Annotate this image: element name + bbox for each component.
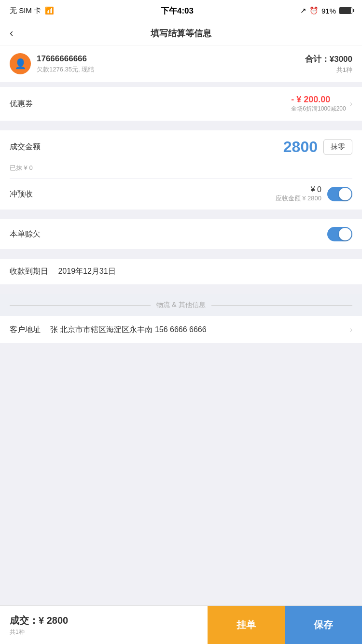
duedate-value: 2019年12月31日 — [58, 267, 115, 275]
location-icon: ↗ — [300, 6, 306, 15]
bottom-deal-amount: ¥ 2800 — [39, 615, 68, 626]
customer-total: 合计：¥3000 共1种 — [305, 54, 352, 74]
bottom-count: 共1种 — [10, 628, 198, 636]
debt-row: 本单赊欠 — [0, 219, 362, 249]
coupon-amount-col: - ¥ 200.00 全场6折满1000减200 — [291, 95, 346, 113]
deal-sub: 已抹 ¥ 0 — [0, 164, 362, 178]
bottom-deal-row: 成交：¥ 2800 — [10, 614, 198, 627]
total-amount: 合计：¥3000 — [305, 54, 352, 65]
back-button[interactable]: ‹ — [6, 23, 17, 43]
battery-icon — [339, 7, 352, 14]
section-header: 物流 & 其他信息 — [0, 294, 362, 316]
deal-section: 成交金额 2800 抹零 已抹 ¥ 0 冲预收 ¥ 0 应收金额 ¥ 2800 — [0, 130, 362, 210]
gray-fill-area — [0, 343, 362, 440]
wifi-icon: 📶 — [45, 6, 54, 15]
section-header-line-left — [10, 305, 151, 306]
coupon-right: - ¥ 200.00 全场6折满1000减200 › — [291, 95, 352, 113]
customer-left: 👤 17666666666 欠款1276.35元, 现结 — [10, 53, 94, 74]
section-separator-4 — [0, 289, 362, 294]
avatar-icon: 👤 — [14, 58, 27, 70]
customer-card: 👤 17666666666 欠款1276.35元, 现结 合计：¥3000 共1… — [0, 45, 362, 82]
address-value: 张 北京市市辖区海淀区永丰南 156 6666 6666 — [50, 324, 350, 336]
customer-info: 17666666666 欠款1276.35元, 现结 — [37, 54, 94, 74]
customer-sub: 欠款1276.35元, 现结 — [37, 65, 94, 74]
address-row[interactable]: 客户地址 张 北京市市辖区海淀区永丰南 156 6666 6666 › — [0, 316, 362, 343]
section-separator-1 — [0, 126, 362, 130]
duedate-row: 收款到期日 2019年12月31日 — [0, 259, 362, 284]
deal-right: 2800 抹零 — [283, 138, 352, 156]
coupon-chevron: › — [350, 99, 352, 108]
prepay-toggle[interactable] — [327, 187, 352, 201]
section-separator-2 — [0, 214, 362, 219]
section-header-line-right — [211, 305, 352, 306]
save-button[interactable]: 保存 — [285, 606, 362, 644]
bottom-buttons: 挂单 保存 — [208, 606, 362, 644]
coupon-label: 优惠券 — [10, 99, 33, 109]
round-zero-button[interactable]: 抹零 — [323, 139, 352, 155]
coupon-amount: - ¥ 200.00 — [291, 95, 346, 105]
pending-button[interactable]: 挂单 — [208, 606, 285, 644]
status-right: ↗ ⏰ 91% — [300, 6, 352, 15]
toggle-knob — [339, 188, 351, 200]
status-time: 下午4:03 — [161, 5, 194, 16]
address-chevron: › — [350, 325, 352, 334]
customer-phone: 17666666666 — [37, 54, 94, 64]
duedate-label: 收款到期日 — [10, 267, 48, 275]
page-title: 填写结算等信息 — [151, 28, 211, 39]
section-separator-3 — [0, 254, 362, 259]
prepay-row: 冲预收 ¥ 0 应收金额 ¥ 2800 — [0, 179, 362, 210]
prepay-label: 冲预收 — [10, 189, 33, 199]
bottom-bar: 成交：¥ 2800 共1种 挂单 保存 — [0, 605, 362, 644]
avatar: 👤 — [10, 53, 31, 74]
prepay-right: ¥ 0 应收金额 ¥ 2800 — [276, 185, 352, 203]
debt-toggle-knob — [339, 228, 351, 240]
deal-label: 成交金额 — [10, 142, 41, 152]
alarm-icon: ⏰ — [309, 6, 319, 15]
debt-toggle[interactable] — [327, 227, 352, 241]
no-sim-text: 无 SIM 卡 — [10, 6, 41, 15]
content: 👤 17666666666 欠款1276.35元, 现结 合计：¥3000 共1… — [0, 45, 362, 488]
debt-section: 本单赊欠 — [0, 219, 362, 249]
address-label: 客户地址 — [10, 325, 41, 335]
prepay-amount-col: ¥ 0 应收金额 ¥ 2800 — [276, 185, 321, 203]
bottom-deal-label: 成交： — [10, 615, 39, 626]
prepay-sub: 应收金额 ¥ 2800 — [276, 194, 321, 203]
battery-percent: 91% — [321, 7, 336, 15]
bottom-summary: 成交：¥ 2800 共1种 — [0, 614, 208, 636]
deal-row: 成交金额 2800 抹零 — [0, 130, 362, 164]
prepay-amount: ¥ 0 — [276, 185, 321, 194]
header: ‹ 填写结算等信息 — [0, 21, 362, 45]
coupon-row[interactable]: 优惠券 - ¥ 200.00 全场6折满1000减200 › — [0, 87, 362, 121]
status-bar: 无 SIM 卡 📶 下午4:03 ↗ ⏰ 91% — [0, 0, 362, 21]
debt-label: 本单赊欠 — [10, 229, 41, 239]
section-header-text: 物流 & 其他信息 — [156, 301, 205, 309]
coupon-desc: 全场6折满1000减200 — [291, 105, 346, 113]
deal-amount: 2800 — [283, 138, 318, 156]
total-count: 共1种 — [305, 66, 352, 74]
status-left: 无 SIM 卡 📶 — [10, 6, 54, 15]
